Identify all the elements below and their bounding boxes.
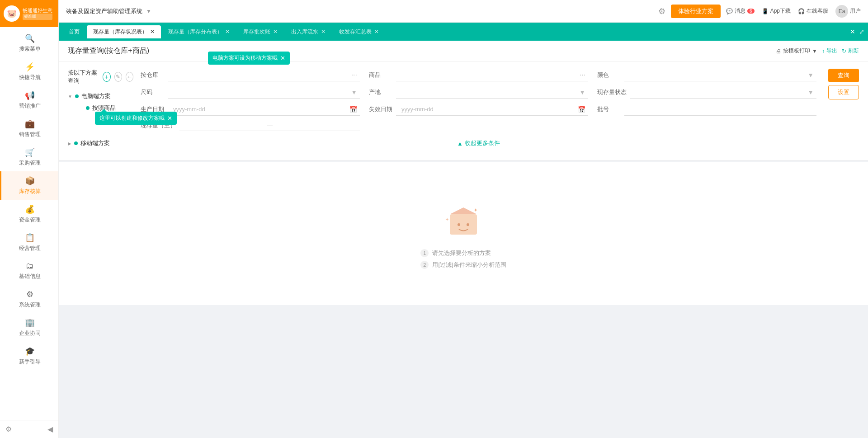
page-actions: 🖨 按模板打印 ▼ ↑ 导出 ↻ 刷新 <box>776 47 859 55</box>
color-input[interactable] <box>627 70 807 80</box>
reset-button[interactable]: 设置 <box>828 85 859 99</box>
print-label: 按模板打印 <box>783 47 810 55</box>
message-button[interactable]: 💬 消息 6 <box>726 7 755 15</box>
mobile-scheme-label[interactable]: 移动端方案 <box>80 139 110 147</box>
mobile-scheme-arrow[interactable]: ▶ <box>68 141 71 146</box>
mobile-dot-icon <box>74 141 78 145</box>
tab-inventory-status[interactable]: 现存量（库存状况表） ✕ <box>87 25 161 38</box>
tooltip-edit-close[interactable]: ✕ <box>167 115 172 122</box>
mobile-scheme-node: ▶ 移动端方案 <box>68 137 133 149</box>
empty-illustration: ✦ ✦ <box>441 198 486 244</box>
tooltip-edit-text: 这里可以创建和修改方案哦 <box>99 114 165 122</box>
tab-close-icon[interactable]: ✕ <box>321 29 326 34</box>
warehouse-dots-icon[interactable]: ··· <box>351 71 357 79</box>
filter-exp-date-row: 失效日期 📅 <box>369 103 588 116</box>
calendar-icon[interactable]: 📅 <box>349 106 357 113</box>
goods-input[interactable] <box>399 70 580 80</box>
tab-label: 现存量（库存状况表） <box>93 28 147 36</box>
expand-button[interactable]: ⤢ <box>859 28 864 35</box>
color-chevron-icon[interactable]: ▼ <box>807 71 814 79</box>
tab-close-icon[interactable]: ✕ <box>150 29 155 34</box>
settings-icon[interactable]: ⚙ <box>5 425 12 433</box>
sidebar-item-label: 采购管理 <box>19 159 41 167</box>
stock-status-input-wrapper: ▼ <box>630 86 816 99</box>
sidebar-item-label: 营销推广 <box>19 102 41 110</box>
page-title: 现存量查询(按仓库+商品) <box>68 46 149 56</box>
tab-inout-flow[interactable]: 出入库流水 ✕ <box>285 25 332 38</box>
sidebar-item-quicknav[interactable]: ⚡ 快捷导航 <box>0 57 58 86</box>
sidebar-item-marketing[interactable]: 📢 营销推广 <box>0 86 58 114</box>
settings-button[interactable]: ⚙ <box>658 6 665 16</box>
tab-batch-account[interactable]: 库存批次账 ✕ <box>237 25 284 38</box>
tab-receive-summary[interactable]: 收发存汇总表 ✕ <box>333 25 385 38</box>
warehouse-input-wrapper: ··· <box>168 69 360 81</box>
tab-close-icon[interactable]: ✕ <box>273 29 278 34</box>
sidebar-item-search[interactable]: 🔍 搜索菜单 <box>0 29 58 57</box>
print-button[interactable]: 🖨 按模板打印 ▼ <box>776 47 817 55</box>
filter-size-row: 尺码 ▼ <box>141 86 360 99</box>
refresh-button[interactable]: ↻ 刷新 <box>842 47 859 55</box>
stock-status-input[interactable] <box>633 87 807 97</box>
collapse-row[interactable]: ▲ 收起更多条件 <box>141 136 816 151</box>
stock-qty-min-input[interactable] <box>179 121 265 130</box>
size-input[interactable] <box>170 87 351 97</box>
exp-date-label: 失效日期 <box>369 105 392 113</box>
support-button[interactable]: 🎧 在线客服 <box>798 7 828 15</box>
goods-dots-icon[interactable]: ··· <box>580 71 585 79</box>
user-avatar: Ea <box>835 5 848 18</box>
export-label: 导出 <box>826 47 837 55</box>
system-dropdown-icon[interactable]: ▼ <box>146 8 151 14</box>
export-button[interactable]: ↑ 导出 <box>822 47 837 55</box>
app-download-button[interactable]: 📱 App下载 <box>762 7 791 15</box>
add-scheme-button[interactable]: + <box>103 72 110 82</box>
collapse-label: 收起更多条件 <box>465 139 500 147</box>
stock-status-chevron-icon[interactable]: ▼ <box>807 89 814 96</box>
query-button[interactable]: 查询 <box>828 69 859 82</box>
sidebar-item-label: 库存核算 <box>19 188 41 195</box>
sidebar-item-operations[interactable]: 📋 经营管理 <box>0 228 58 257</box>
sidebar-item-finance[interactable]: 💰 资金管理 <box>0 200 58 228</box>
pc-scheme-label[interactable]: 电脑端方案 <box>81 92 111 100</box>
collapse-sidebar-icon[interactable]: ◀ <box>47 425 53 433</box>
tooltip-pc-close[interactable]: ✕ <box>280 55 285 61</box>
sidebar-item-enterprise[interactable]: 🏢 企业协同 <box>0 313 58 342</box>
filter-batch-row: 批号 <box>597 103 816 116</box>
filter-grid: 按仓库 ··· 商品 ··· <box>141 69 816 131</box>
pc-scheme-arrow[interactable]: ▼ <box>68 94 72 99</box>
sidebar-item-sales[interactable]: 💼 销售管理 <box>0 114 58 143</box>
sidebar-item-basic[interactable]: 🗂 基础信息 <box>0 257 58 285</box>
message-icon: 💬 <box>726 8 733 14</box>
sidebar-item-system[interactable]: ⚙ 系统管理 <box>0 285 58 313</box>
tab-inventory-dist[interactable]: 现存量（库存分布表） ✕ <box>162 25 236 38</box>
tab-close-icon[interactable]: ✕ <box>374 29 379 34</box>
calendar2-icon[interactable]: 📅 <box>578 106 585 113</box>
avatar-text: Ea <box>839 8 845 14</box>
mfg-date-input[interactable] <box>170 104 349 114</box>
trial-button[interactable]: 体验行业方案 <box>671 5 721 18</box>
tab-home[interactable]: 首页 <box>62 25 86 38</box>
phone-icon: 📱 <box>762 8 769 14</box>
cart-icon: 🛒 <box>25 147 35 157</box>
edit-scheme-button[interactable]: ✎ <box>114 72 122 82</box>
page-header: 现存量查询(按仓库+商品) 🖨 按模板打印 ▼ ↑ 导出 ↻ 刷新 <box>59 41 868 61</box>
sidebar-item-label: 销售管理 <box>19 131 41 138</box>
user-area[interactable]: Ea 用户 <box>835 5 861 18</box>
origin-chevron-icon[interactable]: ▼ <box>579 89 585 96</box>
sidebar-item-purchase[interactable]: 🛒 采购管理 <box>0 143 58 171</box>
svg-rect-0 <box>450 214 477 235</box>
origin-input[interactable] <box>399 87 579 97</box>
warehouse-input[interactable] <box>170 70 351 80</box>
exp-date-input[interactable] <box>399 104 578 114</box>
close-all-tabs-button[interactable]: ✕ <box>850 28 855 35</box>
sidebar-item-guide[interactable]: 🎓 新手引导 <box>0 342 58 370</box>
stock-qty-max-input[interactable] <box>274 121 360 130</box>
size-chevron-icon[interactable]: ▼ <box>351 89 357 96</box>
tab-close-icon[interactable]: ✕ <box>225 29 230 34</box>
sidebar-item-inventory[interactable]: 📦 库存核算 <box>0 171 58 200</box>
tab-label: 收发存汇总表 <box>339 28 372 36</box>
batch-input[interactable] <box>627 104 814 114</box>
stock-status-label: 现存量状态 <box>597 88 627 96</box>
empty-tips: 1 请先选择要分析的方案 2 用[过滤]条件来缩小分析范围 <box>420 249 506 269</box>
print-dropdown-icon[interactable]: ▼ <box>812 48 817 54</box>
back-button[interactable]: ← <box>126 72 133 82</box>
